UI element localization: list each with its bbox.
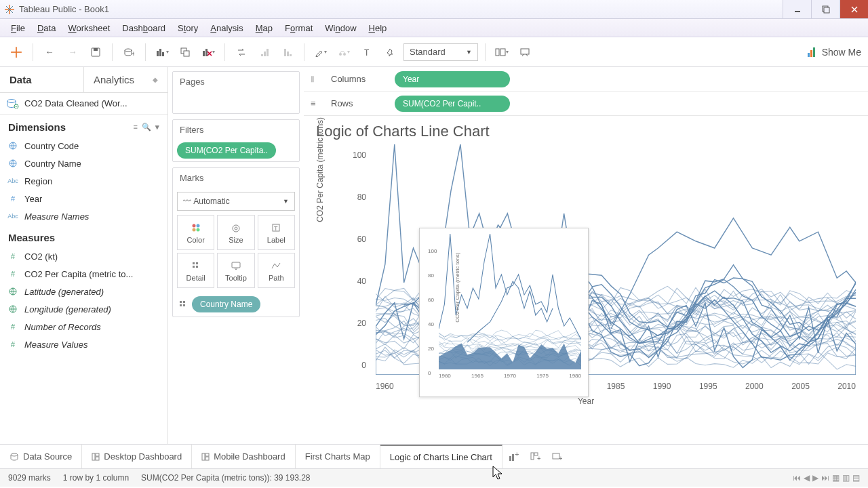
filter-pill[interactable]: SUM(CO2 Per Capita.. xyxy=(177,142,276,159)
fields-menu-icon[interactable]: ▾ xyxy=(155,123,159,131)
svg-text:+: + xyxy=(515,451,519,458)
svg-rect-67 xyxy=(96,457,99,460)
new-dashboard-tab-icon[interactable]: + xyxy=(524,451,546,462)
status-bar: 9029 marks 1 row by 1 column SUM(CO2 Per… xyxy=(0,468,868,487)
marks-type-dropdown[interactable]: 〰 Automatic▼ xyxy=(177,192,295,211)
mark-detail[interactable]: Detail xyxy=(177,253,214,288)
rows-pill[interactable]: SUM(CO2 Per Capit.. xyxy=(395,96,510,112)
menu-data[interactable]: Data xyxy=(32,21,61,35)
svg-point-30 xyxy=(339,53,342,56)
nav-sort-icon[interactable]: ▤ xyxy=(852,473,860,483)
mark-color[interactable]: Color xyxy=(177,215,214,250)
nav-next-icon[interactable]: ▶ xyxy=(812,473,818,483)
field-row[interactable]: Country Name xyxy=(0,155,167,172)
duplicate-icon[interactable] xyxy=(176,43,195,62)
analytics-tab[interactable]: Analytics◆ xyxy=(83,67,167,92)
nav-prev-icon[interactable]: ◀ xyxy=(804,473,810,483)
menu-dashboard[interactable]: Dashboard xyxy=(117,21,171,35)
field-row[interactable]: #Number of Records xyxy=(0,318,167,336)
search-fields-icon[interactable]: 🔍 xyxy=(142,123,151,131)
datasource-row[interactable]: CO2 Data Cleaned (Wor... xyxy=(0,93,167,115)
field-row[interactable]: AbcRegion xyxy=(0,172,167,190)
tab-datasource[interactable]: Data Source xyxy=(0,445,82,468)
menu-file[interactable]: File xyxy=(5,21,31,35)
columns-shelf[interactable]: ⦀ Columns Year xyxy=(304,67,868,92)
detail-pill[interactable]: Country Name xyxy=(192,296,260,312)
svg-point-64 xyxy=(11,453,18,456)
svg-rect-68 xyxy=(202,453,205,460)
sheet-thumbnail-tooltip: CO2 Per Capita (metric tons) 02040608010… xyxy=(419,228,589,397)
menu-story[interactable]: Story xyxy=(172,21,203,35)
menu-format[interactable]: Format xyxy=(279,21,318,35)
globe-icon xyxy=(7,159,19,167)
swap-icon[interactable] xyxy=(232,43,251,62)
clear-sheet-icon[interactable]: ▾ xyxy=(199,43,218,62)
redo-button[interactable]: → xyxy=(63,43,82,62)
label-icon[interactable]: T xyxy=(357,43,376,62)
abc-icon: Abc xyxy=(7,213,19,220)
pages-card[interactable]: Pages xyxy=(172,71,300,114)
presentation-icon[interactable] xyxy=(515,43,534,62)
filters-card[interactable]: Filters SUM(CO2 Per Capita.. xyxy=(172,119,300,162)
field-row[interactable]: #Year xyxy=(0,190,167,207)
new-worksheet-tab-icon[interactable]: + xyxy=(502,451,524,462)
svg-rect-69 xyxy=(205,453,209,456)
close-button[interactable] xyxy=(840,0,868,18)
new-datasource-button[interactable]: + xyxy=(119,43,138,62)
minimize-button[interactable] xyxy=(783,0,811,18)
pin-icon[interactable] xyxy=(380,43,399,62)
field-row[interactable]: Latitude (generated) xyxy=(0,283,167,300)
mark-label[interactable]: TLabel xyxy=(258,215,295,250)
field-row[interactable]: #Measure Values xyxy=(0,336,167,353)
nav-grid-icon[interactable]: ▦ xyxy=(832,473,840,483)
maximize-button[interactable] xyxy=(811,0,840,18)
data-tab[interactable]: Data xyxy=(0,67,83,92)
tab-logic-line-chart[interactable]: Logic of Charts Line Chart xyxy=(380,445,502,468)
undo-button[interactable]: ← xyxy=(40,43,59,62)
field-row[interactable]: #CO2 (kt) xyxy=(0,247,167,265)
svg-point-49 xyxy=(192,228,195,231)
chart-title[interactable]: Logic of Charts Line Chart xyxy=(316,123,856,140)
save-button[interactable] xyxy=(86,43,105,62)
menu-analysis[interactable]: Analysis xyxy=(205,21,248,35)
rows-shelf[interactable]: ≡ Rows SUM(CO2 Per Capit.. xyxy=(304,92,868,116)
field-row[interactable]: AbcMeasure Names xyxy=(0,207,167,225)
mark-path[interactable]: Path xyxy=(258,253,295,288)
tab-desktop-dashboard[interactable]: Desktop Dashboard xyxy=(82,445,192,468)
dimensions-header: Dimensions ≡🔍▾ xyxy=(0,115,167,137)
nav-tabs-icon[interactable]: ▥ xyxy=(842,473,850,483)
fit-dropdown[interactable]: Standard▼ xyxy=(403,43,478,61)
field-row[interactable]: Longitude (generated) xyxy=(0,300,167,318)
field-row[interactable]: #CO2 Per Capita (metric to... xyxy=(0,265,167,283)
svg-rect-38 xyxy=(808,53,810,57)
tab-mobile-dashboard[interactable]: Mobile Dashboard xyxy=(192,445,296,468)
mark-tooltip[interactable]: Tooltip xyxy=(217,253,254,288)
new-worksheet-icon[interactable]: ▾ xyxy=(153,43,172,62)
columns-pill[interactable]: Year xyxy=(395,71,510,87)
nav-first-icon[interactable]: ⏮ xyxy=(793,473,801,483)
menu-window[interactable]: Window xyxy=(319,21,361,35)
sort-desc-icon[interactable] xyxy=(278,43,297,62)
new-story-tab-icon[interactable]: + xyxy=(546,451,568,462)
menu-map[interactable]: Map xyxy=(250,21,278,35)
svg-rect-27 xyxy=(284,49,286,56)
menu-help[interactable]: Help xyxy=(363,21,393,35)
field-name: Year xyxy=(24,194,42,204)
highlight-icon[interactable]: ▾ xyxy=(311,43,330,62)
field-name: Country Code xyxy=(24,141,79,151)
group-icon[interactable]: ▾ xyxy=(334,43,353,62)
field-row[interactable]: Country Code xyxy=(0,137,167,155)
nav-last-icon[interactable]: ⏭ xyxy=(821,473,829,483)
svg-rect-61 xyxy=(183,301,185,303)
show-me-button[interactable]: Show Me xyxy=(807,47,861,58)
tableau-icon[interactable] xyxy=(7,43,26,62)
svg-text:T: T xyxy=(364,48,370,57)
mark-size[interactable]: Size xyxy=(217,215,254,250)
cards-icon[interactable]: ▾ xyxy=(492,43,511,62)
sort-asc-icon[interactable] xyxy=(255,43,274,62)
tab-first-charts-map[interactable]: First Charts Map xyxy=(296,445,380,468)
datasource-tab-icon xyxy=(9,452,19,462)
view-toggle-icon[interactable]: ≡ xyxy=(134,123,138,131)
svg-rect-62 xyxy=(180,304,182,306)
menu-worksheet[interactable]: Worksheet xyxy=(62,21,115,35)
